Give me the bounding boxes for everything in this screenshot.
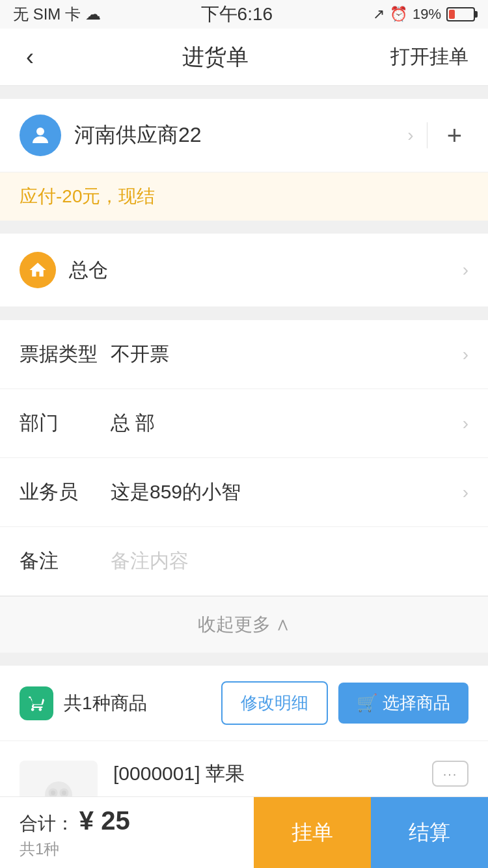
more-button[interactable]: ··· xyxy=(432,761,468,787)
add-supplier-button[interactable]: + xyxy=(441,121,468,150)
collapse-button[interactable]: 收起更多 ∧ xyxy=(0,596,488,653)
page-title: 进货单 xyxy=(182,42,249,72)
chevron-right-icon-4: › xyxy=(463,413,468,434)
status-time: 下午6:16 xyxy=(201,2,273,27)
supplier-avatar xyxy=(20,115,61,156)
chevron-right-icon: › xyxy=(407,125,413,146)
cart-icon xyxy=(27,694,46,712)
cart-icon-small: 🛒 xyxy=(357,693,377,713)
settle-button[interactable]: 结算 xyxy=(371,797,488,868)
select-product-button[interactable]: 🛒 选择商品 xyxy=(338,683,468,724)
status-bar: 无 SIM 卡 ☁ 下午6:16 ↗ ⏰ 19% xyxy=(0,0,488,29)
section-gap-4 xyxy=(0,653,488,666)
warehouse-row[interactable]: 总仓 › xyxy=(0,234,488,307)
total-amount: ¥ 25 xyxy=(79,806,130,835)
total-row: 合计： ¥ 25 xyxy=(20,806,234,836)
invoice-value: 不开票 xyxy=(111,341,456,368)
total-count: 共1种 xyxy=(20,839,234,860)
remark-input[interactable]: 备注内容 xyxy=(111,548,468,575)
warehouse-icon xyxy=(20,252,56,288)
section-gap-1 xyxy=(0,86,488,99)
person-icon xyxy=(29,124,52,147)
section-gap-3 xyxy=(0,307,488,320)
product-header: 共1种商品 修改明细 🛒 选择商品 xyxy=(0,666,488,741)
warehouse-section: 总仓 › xyxy=(0,234,488,307)
remark-label: 备注 xyxy=(20,548,111,575)
invoice-row[interactable]: 票据类型 不开票 › xyxy=(0,320,488,389)
svg-point-0 xyxy=(36,128,44,135)
main-content: 河南供应商22 › + 应付-20元，现结 总仓 › 票据类型 不 xyxy=(0,86,488,868)
product-name: [0000001] 苹果 xyxy=(113,761,432,787)
salesperson-row[interactable]: 业务员 这是859的小智 › xyxy=(0,458,488,527)
open-pending-button[interactable]: 打开挂单 xyxy=(390,44,468,70)
svg-point-4 xyxy=(51,791,55,795)
battery-icon xyxy=(446,7,475,21)
status-left: 无 SIM 卡 ☁ xyxy=(13,4,101,25)
supplier-section: 河南供应商22 › + 应付-20元，现结 xyxy=(0,99,488,221)
department-value: 总 部 xyxy=(111,410,456,437)
select-product-label: 选择商品 xyxy=(383,692,450,714)
department-row[interactable]: 部门 总 部 › xyxy=(0,389,488,458)
sim-text: 无 SIM 卡 ☁ xyxy=(13,4,101,25)
location-icon: ↗ xyxy=(373,6,385,23)
notice-text: 应付-20元，现结 xyxy=(20,186,155,206)
pending-button[interactable]: 挂单 xyxy=(254,797,371,868)
department-label: 部门 xyxy=(20,410,111,437)
product-icon xyxy=(20,686,53,720)
section-gap-2 xyxy=(0,221,488,234)
chevron-right-icon-2: › xyxy=(463,260,468,280)
bottom-bar: 合计： ¥ 25 共1种 挂单 结算 xyxy=(0,796,488,868)
house-icon xyxy=(28,260,47,280)
alarm-icon: ⏰ xyxy=(390,6,407,23)
battery-fill xyxy=(449,10,455,19)
collapse-text: 收起更多 ∧ xyxy=(198,614,291,634)
vertical-divider xyxy=(427,122,427,148)
supplier-row[interactable]: 河南供应商22 › + xyxy=(0,99,488,172)
product-count: 共1种商品 xyxy=(64,691,221,716)
remark-row[interactable]: 备注 备注内容 xyxy=(0,527,488,596)
form-section: 票据类型 不开票 › 部门 总 部 › 业务员 这是859的小智 › 备注 备注… xyxy=(0,320,488,653)
salesperson-label: 业务员 xyxy=(20,479,111,506)
nav-bar: ‹ 进货单 打开挂单 xyxy=(0,29,488,86)
notice-bar: 应付-20元，现结 xyxy=(0,172,488,221)
chevron-right-icon-3: › xyxy=(463,344,468,365)
edit-detail-button[interactable]: 修改明细 xyxy=(221,681,328,725)
total-label: 合计： xyxy=(20,813,74,834)
invoice-label: 票据类型 xyxy=(20,341,111,368)
total-section: 合计： ¥ 25 共1种 xyxy=(0,797,254,868)
battery-percent: 19% xyxy=(413,6,441,23)
salesperson-value: 这是859的小智 xyxy=(111,479,456,506)
supplier-name: 河南供应商22 xyxy=(74,121,401,150)
chevron-right-icon-5: › xyxy=(463,482,468,503)
status-right: ↗ ⏰ 19% xyxy=(373,6,475,23)
warehouse-name: 总仓 xyxy=(69,257,456,284)
product-code: [0000001] xyxy=(113,763,200,784)
back-button[interactable]: ‹ xyxy=(20,37,40,77)
svg-point-5 xyxy=(62,791,66,795)
product-title: 苹果 xyxy=(206,763,245,784)
